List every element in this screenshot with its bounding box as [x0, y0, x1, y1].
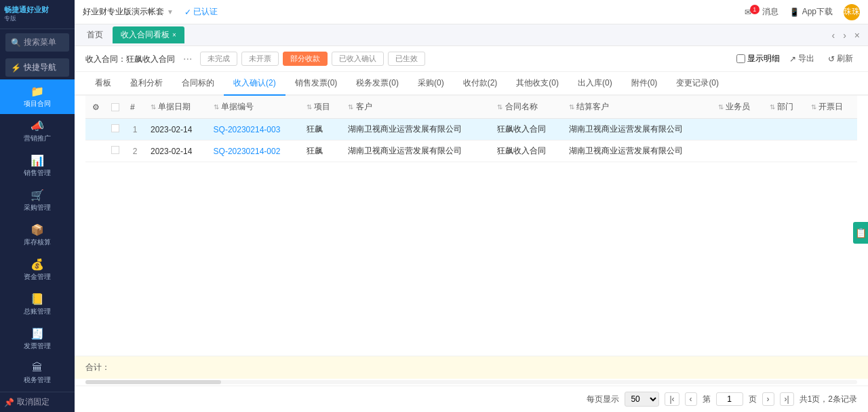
- sidebar-item-5[interactable]: 💰资金管理: [0, 252, 75, 287]
- subtab-3[interactable]: 收入确认(2): [224, 72, 285, 96]
- refresh-button[interactable]: ↺ 刷新: [824, 52, 857, 66]
- status-badge-incomplete[interactable]: 未完成: [200, 52, 237, 66]
- app-download-action[interactable]: 📱 App下载: [789, 6, 833, 18]
- refresh-icon: ↺: [828, 54, 835, 64]
- tab-prev-button[interactable]: ‹: [829, 29, 837, 42]
- td-date-1: 2023-02-14: [145, 141, 208, 162]
- sidebar-item-4[interactable]: 📦库存核算: [0, 218, 75, 252]
- td-customer-1: 湖南卫视商业运营发展有限公司: [342, 141, 492, 162]
- avatar[interactable]: 珠珠: [844, 4, 860, 20]
- th-bill-no[interactable]: ⇅ 单据编号: [208, 96, 301, 119]
- export-button[interactable]: ↗ 导出: [785, 52, 818, 66]
- scrollbar-track[interactable]: [85, 380, 857, 384]
- th-contract-name[interactable]: ⇅ 合同名称: [492, 96, 563, 119]
- subtab-7[interactable]: 收付款(2): [454, 72, 507, 96]
- prev-page-button[interactable]: ‹: [685, 392, 697, 406]
- contract-actions: 显示明细 ↗ 导出 ↺ 刷新: [736, 52, 857, 66]
- sidebar-item-7[interactable]: 🧾发票管理: [0, 322, 75, 356]
- th-customer[interactable]: ⇅ 客户: [342, 96, 492, 119]
- status-badge-partial[interactable]: 部分收款: [283, 52, 328, 66]
- sort-icon: ⇅: [811, 103, 816, 111]
- status-badge-active[interactable]: 已生效: [388, 52, 425, 66]
- active-tab[interactable]: 收入合同看板 ×: [113, 26, 184, 43]
- bill-no-link-1[interactable]: SQ-20230214-002: [214, 147, 281, 156]
- td-bill-no-0: SQ-20230214-003: [208, 119, 301, 141]
- td-num-1: 2: [125, 141, 145, 162]
- tab-next-button[interactable]: ›: [840, 29, 849, 42]
- table-header-row: ⚙ # ⇅ 单据日期 ⇅ 单据编号 ⇅ 项目 ⇅ 客户 ⇅ 合同名称 ⇅ 结算客…: [85, 96, 857, 119]
- cert-label: 已认证: [193, 6, 218, 18]
- records-table: ⚙ # ⇅ 单据日期 ⇅ 单据编号 ⇅ 项目 ⇅ 客户 ⇅ 合同名称 ⇅ 结算客…: [85, 96, 857, 162]
- td-check-0[interactable]: [106, 119, 125, 141]
- th-invoice-date[interactable]: ⇅ 开票日: [806, 96, 857, 119]
- last-page-button[interactable]: ›|: [780, 392, 794, 406]
- th-settlement-customer[interactable]: ⇅ 结算客户: [564, 96, 713, 119]
- show-detail-checkbox[interactable]: 显示明细: [736, 53, 780, 64]
- th-date[interactable]: ⇅ 单据日期: [145, 96, 208, 119]
- message-action[interactable]: ✉ 1 消息: [745, 6, 778, 18]
- subtab-4[interactable]: 销售发票(0): [285, 72, 347, 96]
- row-checkbox-0[interactable]: [111, 124, 119, 132]
- topbar: 好业财专业版演示帐套 ▼ ✓ 已认证 ✉ 1 消息 📱 App下载 珠珠: [75, 0, 868, 24]
- company-selector[interactable]: 好业财专业版演示帐套 ▼: [83, 6, 174, 18]
- sidebar-item-8[interactable]: 🏛税务管理: [0, 356, 75, 390]
- sidebar-item-2[interactable]: 📊销售管理: [0, 149, 75, 183]
- quick-nav-button[interactable]: ⚡ 快捷导航: [5, 58, 69, 77]
- float-action-icon[interactable]: 📋: [855, 227, 867, 238]
- sidebar: 畅捷通好业财 专版 🔍 搜索菜单 ⚡ 快捷导航 📁项目合同📣营销推广📊销售管理🛒…: [0, 0, 75, 412]
- sort-icon: ⇅: [497, 103, 502, 111]
- row-checkbox-1[interactable]: [111, 146, 119, 154]
- sidebar-item-3[interactable]: 🛒采购管理: [0, 183, 75, 218]
- sidebar-icon-4: 📦: [31, 223, 44, 236]
- show-detail-label: 显示明细: [747, 53, 780, 64]
- select-all-checkbox[interactable]: [111, 103, 119, 111]
- subtab-9[interactable]: 出入库(0): [568, 72, 622, 96]
- message-badge: 1: [750, 5, 760, 14]
- td-salesperson-0: [713, 119, 764, 141]
- subtab-0[interactable]: 看板: [85, 72, 121, 96]
- search-icon: 🔍: [11, 38, 21, 48]
- show-detail-input[interactable]: [736, 54, 745, 63]
- th-salesperson[interactable]: ⇅ 业务员: [713, 96, 764, 119]
- subtab-2[interactable]: 合同标的: [172, 72, 224, 96]
- td-check-1[interactable]: [106, 141, 125, 162]
- sidebar-icon-3: 🛒: [31, 189, 44, 202]
- contract-more-button[interactable]: ···: [183, 53, 192, 65]
- subtab-10[interactable]: 附件(0): [622, 72, 667, 96]
- subtab-8[interactable]: 其他收支(0): [507, 72, 568, 96]
- sidebar-label-0: 项目合同: [24, 99, 51, 109]
- sort-icon: ⇅: [348, 103, 353, 111]
- unpin-label: 取消固定: [17, 396, 50, 408]
- subtab-6[interactable]: 采购(0): [408, 72, 454, 96]
- td-num-0: 1: [125, 119, 145, 141]
- search-menu-button[interactable]: 🔍 搜索菜单: [5, 33, 69, 52]
- th-department[interactable]: ⇅ 部门: [764, 96, 806, 119]
- scrollbar-thumb[interactable]: [85, 380, 221, 384]
- status-badge-confirmed[interactable]: 已收入确认: [332, 52, 384, 66]
- subtab-1[interactable]: 盈利分析: [121, 72, 172, 96]
- sidebar-logo: 畅捷通好业财 专版: [0, 0, 75, 29]
- sidebar-icon-1: 📣: [31, 119, 44, 132]
- sidebar-item-1[interactable]: 📣营销推广: [0, 114, 75, 149]
- scrollbar-wrap: [75, 379, 868, 386]
- tab-close-all-button[interactable]: ×: [852, 29, 863, 42]
- bill-no-link-0[interactable]: SQ-20230214-003: [214, 125, 281, 134]
- tab-close-button[interactable]: ×: [172, 31, 176, 39]
- refresh-label: 刷新: [837, 53, 853, 64]
- home-tab[interactable]: 首页: [80, 26, 110, 43]
- sidebar-item-6[interactable]: 📒总账管理: [0, 287, 75, 322]
- subtab-5[interactable]: 税务发票(0): [347, 72, 408, 96]
- settings-icon[interactable]: ⚙: [92, 102, 100, 112]
- status-badge-noinvoice[interactable]: 未开票: [241, 52, 279, 66]
- td-salesperson-1: [713, 141, 764, 162]
- next-page-button[interactable]: ›: [762, 392, 774, 406]
- subtab-11[interactable]: 变更记录(0): [667, 72, 728, 96]
- per-page-select[interactable]: 50 20 100: [625, 392, 659, 407]
- sidebar-bottom-action[interactable]: 📌 取消固定: [0, 392, 75, 412]
- sidebar-item-0[interactable]: 📁项目合同: [0, 79, 75, 114]
- th-project[interactable]: ⇅ 项目: [301, 96, 342, 119]
- first-page-button[interactable]: |‹: [665, 392, 679, 406]
- total-info: 共1页，2条记录: [800, 394, 857, 405]
- page-suffix: 页: [749, 394, 757, 405]
- current-page-input[interactable]: [716, 392, 743, 406]
